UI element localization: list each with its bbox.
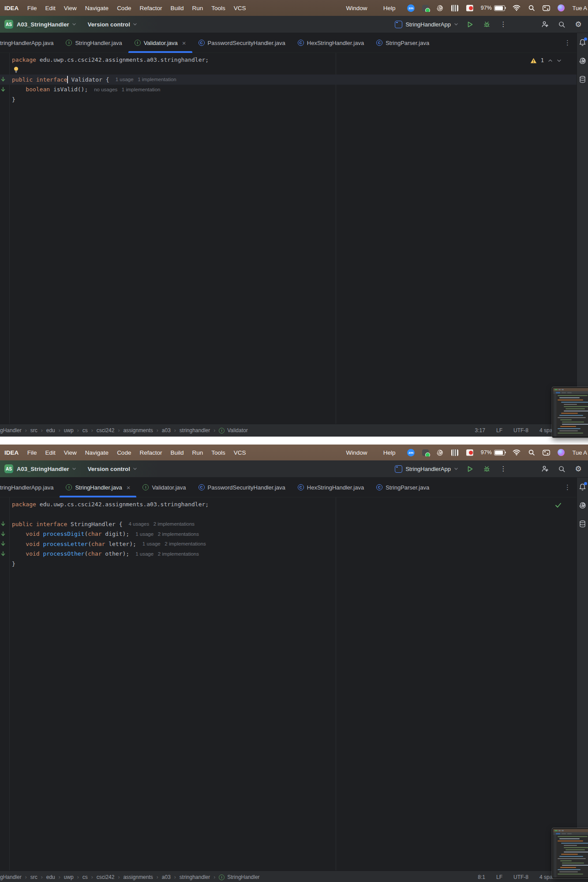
implemented-gutter-icon[interactable]: [0, 521, 6, 527]
breadcrumb-item[interactable]: gHandler: [0, 427, 22, 434]
usage-hint[interactable]: no usages 1 implementation: [94, 87, 160, 92]
spiral-app-icon[interactable]: [436, 4, 444, 12]
spiral-app-icon[interactable]: [436, 448, 444, 456]
red-dot-app-icon[interactable]: [466, 4, 473, 12]
vcs-widget[interactable]: Version control: [88, 466, 137, 472]
zoom-app-icon[interactable]: zm: [407, 449, 415, 456]
breadcrumb-item[interactable]: IStringHandler: [219, 874, 259, 880]
breadcrumb-item[interactable]: assignments: [123, 874, 153, 880]
screenshot-preview-thumbnail[interactable]: [552, 828, 588, 878]
breadcrumb-item[interactable]: cs: [82, 874, 88, 880]
project-widget[interactable]: A03_StringHandler: [17, 466, 76, 472]
run-configuration-widget[interactable]: StringHandlerApp: [395, 20, 458, 28]
menubar-item-file[interactable]: File: [23, 449, 41, 456]
menubar-app-name[interactable]: IDEA: [4, 449, 23, 456]
project-widget[interactable]: A03_StringHandler: [17, 21, 76, 28]
usage-hint[interactable]: 1 usage 2 implementations: [135, 551, 199, 557]
screenshot-preview-thumbnail[interactable]: [552, 387, 588, 437]
menubar-app-name[interactable]: IDEA: [4, 5, 23, 11]
zoom-app-icon[interactable]: zm: [407, 4, 415, 12]
menubar-clock[interactable]: Tue A: [573, 449, 587, 456]
line-separator-widget[interactable]: LF: [496, 874, 502, 880]
tab-list-more-icon[interactable]: ⋮: [558, 483, 577, 491]
usage-hint[interactable]: 4 usages 2 implementations: [128, 521, 195, 527]
vcs-widget[interactable]: Version control: [88, 21, 137, 28]
more-actions-button[interactable]: ⋮: [498, 463, 509, 474]
menubar-item-refactor[interactable]: Refactor: [135, 449, 166, 456]
implemented-gutter-icon[interactable]: [0, 87, 6, 93]
control-center-icon[interactable]: [543, 4, 550, 12]
run-button[interactable]: [464, 463, 475, 474]
settings-button[interactable]: ⚙: [573, 463, 584, 474]
breadcrumb-item[interactable]: a03: [162, 427, 171, 434]
status-check-app-icon[interactable]: [422, 4, 429, 12]
code-editor[interactable]: package edu.uwp.cs.csci242.assignments.a…: [0, 497, 577, 871]
battery-indicator[interactable]: 97%: [481, 448, 505, 456]
editor-tab[interactable]: tringHandlerApp.java: [0, 478, 60, 497]
breadcrumb-item[interactable]: gHandler: [0, 874, 22, 880]
usage-hint[interactable]: 1 usage 1 implementation: [116, 77, 176, 82]
tab-list-more-icon[interactable]: ⋮: [558, 39, 577, 47]
menubar-item-run[interactable]: Run: [188, 449, 207, 456]
editor-tab[interactable]: CPasswordSecurityHandler.java: [192, 33, 292, 52]
editor-tab[interactable]: CPasswordSecurityHandler.java: [192, 478, 292, 497]
wifi-icon[interactable]: [513, 4, 521, 12]
breadcrumb-item[interactable]: csci242: [97, 427, 115, 434]
run-configuration-widget[interactable]: StringHandlerApp: [395, 465, 458, 473]
line-separator-widget[interactable]: LF: [496, 427, 502, 434]
menubar-item-view[interactable]: View: [60, 5, 81, 11]
status-check-app-icon[interactable]: [422, 448, 429, 456]
implemented-gutter-icon[interactable]: [0, 551, 6, 557]
breadcrumb-item[interactable]: edu: [46, 427, 55, 434]
menubar-item-vcs[interactable]: VCS: [229, 449, 250, 456]
breadcrumb-item[interactable]: csci242: [97, 874, 115, 880]
spotlight-search-icon[interactable]: [528, 448, 535, 456]
encoding-widget[interactable]: UTF-8: [513, 874, 528, 880]
next-problem-icon[interactable]: [557, 59, 562, 63]
menubar-item-file[interactable]: File: [23, 5, 41, 11]
menubar-item-refactor[interactable]: Refactor: [135, 5, 166, 11]
menubar-item-tools[interactable]: Tools: [207, 449, 230, 456]
ai-assistant-button[interactable]: [578, 501, 587, 510]
code-with-me-button[interactable]: [539, 19, 550, 30]
siri-icon[interactable]: [558, 448, 565, 456]
breadcrumb-item[interactable]: src: [30, 427, 37, 434]
menubar-clock[interactable]: Tue A: [573, 5, 587, 11]
editor-tab[interactable]: tringHandlerApp.java: [0, 33, 60, 52]
code-with-me-button[interactable]: [539, 463, 550, 474]
tab-close-icon[interactable]: ×: [182, 40, 186, 46]
inspections-widget[interactable]: [555, 501, 562, 509]
panels-app-icon[interactable]: [451, 448, 458, 456]
breadcrumb-item[interactable]: a03: [162, 874, 171, 880]
menubar-item-view[interactable]: View: [60, 449, 81, 456]
menubar-item-edit[interactable]: Edit: [41, 449, 60, 456]
database-button[interactable]: [578, 75, 587, 84]
menubar-item-navigate[interactable]: Navigate: [81, 5, 112, 11]
breadcrumb-item[interactable]: assignments: [123, 427, 153, 434]
implemented-gutter-icon[interactable]: [0, 541, 6, 547]
search-everywhere-button[interactable]: [556, 463, 567, 474]
intention-bulb-icon[interactable]: [13, 66, 19, 73]
spotlight-search-icon[interactable]: [528, 4, 535, 12]
menubar-item-help[interactable]: Help: [379, 5, 400, 11]
implemented-gutter-icon[interactable]: [0, 77, 6, 82]
usage-hint[interactable]: 1 usage 2 implementations: [142, 541, 206, 546]
more-actions-button[interactable]: ⋮: [498, 19, 509, 30]
breadcrumb-item[interactable]: edu: [46, 874, 55, 880]
breadcrumb-item[interactable]: cs: [82, 427, 88, 434]
database-button[interactable]: [578, 519, 587, 528]
editor-tab[interactable]: IStringHandler.java×: [60, 478, 136, 497]
debug-button[interactable]: [481, 19, 492, 30]
menubar-item-window[interactable]: Window: [342, 5, 371, 11]
encoding-widget[interactable]: UTF-8: [513, 427, 528, 434]
implemented-gutter-icon[interactable]: [0, 531, 6, 537]
editor-tab[interactable]: IStringHandler.java: [60, 33, 128, 52]
menubar-item-navigate[interactable]: Navigate: [81, 449, 112, 456]
usage-hint[interactable]: 1 usage 2 implementations: [135, 531, 199, 537]
previous-problem-icon[interactable]: [548, 59, 553, 63]
editor-tab[interactable]: IValidator.java×: [128, 33, 192, 52]
breadcrumb-item[interactable]: uwp: [64, 874, 74, 880]
breadcrumb-item[interactable]: src: [30, 874, 37, 880]
caret-position-widget[interactable]: 3:17: [475, 427, 485, 434]
menubar-item-run[interactable]: Run: [188, 5, 207, 11]
